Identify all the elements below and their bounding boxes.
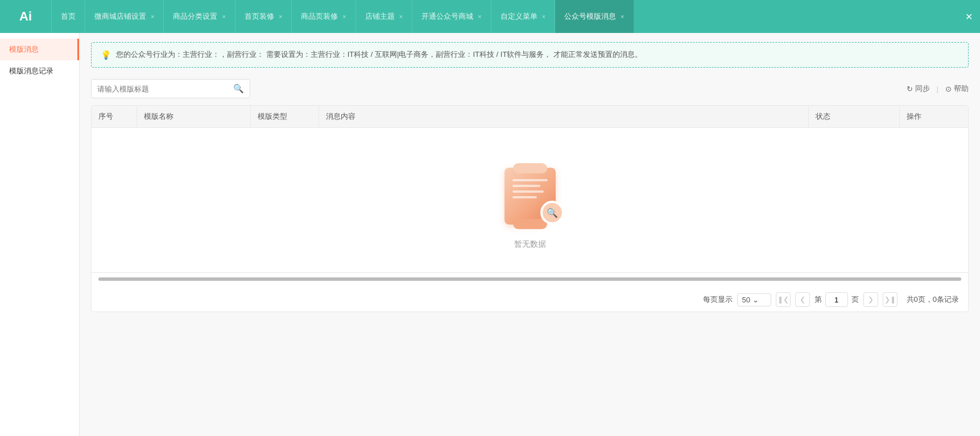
page-size-value: 50: [742, 296, 750, 304]
th-name: 模版名称: [137, 106, 251, 127]
tab-close-icon[interactable]: ×: [621, 13, 624, 20]
page-last-button[interactable]: ❯❚: [883, 292, 898, 307]
th-index: 序号: [92, 106, 137, 127]
logo: Ai: [0, 0, 51, 33]
search-actions: ↻ 同步 | ⊙ 帮助: [907, 84, 969, 94]
page-first-button[interactable]: ❚❮: [776, 292, 791, 307]
search-input[interactable]: [97, 85, 233, 93]
close-all-button[interactable]: ✕: [957, 0, 980, 33]
nav-tab-homepage[interactable]: 首页装修×: [235, 0, 292, 33]
search-icon[interactable]: 🔍: [233, 84, 244, 94]
data-table: 序号模版名称模版类型消息内容状态操作: [91, 105, 969, 312]
nav-tab-wshop[interactable]: 微商城店铺设置×: [85, 0, 164, 33]
divider: |: [937, 85, 938, 93]
nav-tab-category[interactable]: 商品分类设置×: [164, 0, 235, 33]
table-header: 序号模版名称模版类型消息内容状态操作: [92, 106, 968, 128]
page-suffix: 页: [851, 294, 859, 305]
scrollbar-track[interactable]: [98, 277, 961, 281]
top-nav: Ai 首页微商城店铺设置×商品分类设置×首页装修×商品页装修×店铺主题×开通公众…: [0, 0, 980, 33]
nav-tab-home[interactable]: 首页: [51, 0, 85, 33]
scrollbar-thumb[interactable]: [98, 277, 961, 281]
main-layout: 模版消息模版消息记录 💡 您的公众号行业为：主营行业：，副营行业： 需要设置为：…: [0, 33, 980, 436]
bulb-icon: 💡: [101, 50, 111, 60]
chevron-down-icon: ⌄: [752, 296, 759, 304]
empty-text: 暂无数据: [514, 239, 546, 250]
sidebar-item-template-log[interactable]: 模版消息记录: [0, 60, 79, 82]
search-row: 🔍 ↻ 同步 | ⊙ 帮助: [91, 79, 969, 98]
nav-tabs: 首页微商城店铺设置×商品分类设置×首页装修×商品页装修×店铺主题×开通公众号商城…: [51, 0, 957, 33]
page-number-input[interactable]: [825, 292, 848, 307]
sidebar: 模版消息模版消息记录: [0, 33, 80, 436]
sync-button[interactable]: ↻ 同步: [907, 84, 930, 94]
tab-close-icon[interactable]: ×: [222, 13, 225, 20]
content-area: 💡 您的公众号行业为：主营行业：，副营行业： 需要设置为：主营行业：IT科技 /…: [80, 33, 980, 436]
nav-tab-product[interactable]: 商品页装修×: [292, 0, 355, 33]
page-label: 第: [814, 294, 822, 305]
empty-state: 暂无数据: [92, 128, 968, 272]
page-size-select[interactable]: 50 ⌄: [737, 293, 771, 306]
nav-tab-custommenu[interactable]: 自定义菜单×: [491, 0, 555, 33]
help-icon: ⊙: [945, 85, 952, 93]
search-input-wrap[interactable]: 🔍: [91, 79, 250, 98]
sync-icon: ↻: [907, 85, 913, 93]
sidebar-item-template-msg[interactable]: 模版消息: [0, 39, 79, 60]
th-type: 模版类型: [251, 106, 319, 127]
notice-text: 您的公众号行业为：主营行业：，副营行业： 需要设置为：主营行业：IT科技 / 互…: [116, 49, 642, 60]
th-content: 消息内容: [319, 106, 809, 127]
tab-close-icon[interactable]: ×: [279, 13, 282, 20]
total-info: 共0页，0条记录: [907, 294, 959, 305]
horizontal-scrollbar[interactable]: [92, 272, 968, 285]
th-action: 操作: [900, 106, 968, 127]
notice-highlight: 需要设置为：主营行业：IT科技 / 互联网|电子商务，副营行业：IT科技 / I…: [266, 50, 552, 59]
help-button[interactable]: ⊙ 帮助: [945, 84, 969, 94]
nav-tab-template[interactable]: 公众号模版消息×: [555, 0, 634, 33]
nav-tab-mall[interactable]: 开通公众号商城×: [412, 0, 491, 33]
th-status: 状态: [809, 106, 900, 127]
page-next-button[interactable]: ❯: [863, 292, 878, 307]
search-circle-icon: [540, 201, 564, 225]
notice-box: 💡 您的公众号行业为：主营行业：，副营行业： 需要设置为：主营行业：IT科技 /…: [91, 42, 969, 68]
page-input-wrap: 第 页: [814, 292, 859, 307]
tab-close-icon[interactable]: ×: [151, 13, 154, 20]
nav-tab-theme[interactable]: 店铺主题×: [356, 0, 412, 33]
tab-close-icon[interactable]: ×: [399, 13, 403, 20]
pagination: 每页显示 50 ⌄ ❚❮ ❮ 第 页 ❯ ❯❚ 共0页，0条记录: [92, 285, 968, 312]
empty-icon-wrap: [496, 162, 564, 230]
tab-close-icon[interactable]: ×: [478, 13, 481, 20]
tab-close-icon[interactable]: ×: [342, 13, 346, 20]
page-prev-button[interactable]: ❮: [795, 292, 810, 307]
page-size-label: 每页显示: [703, 294, 733, 305]
tab-close-icon[interactable]: ×: [542, 13, 545, 20]
